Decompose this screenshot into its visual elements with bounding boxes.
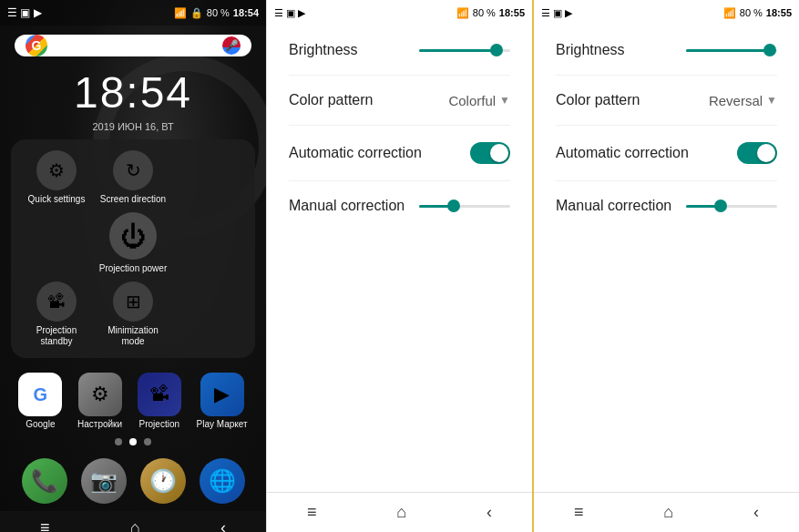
menu-btn-3[interactable]: ≡ — [567, 496, 591, 529]
settings-nav-2: ≡ ⌂ ‹ — [267, 492, 532, 532]
signal-icon: 📶 — [174, 7, 187, 19]
phone-clock: 18:54 — [0, 67, 266, 118]
panel-settings-colorful: ☰ ▣ ▶ 📶 80 % 18:55 Brightness Color patt… — [266, 0, 532, 532]
panel-phone: ☰ ▣ ▶ 📶 🔒 80 % 18:54 G 🎤 18:54 2019 ИЮН … — [0, 0, 266, 532]
minimization-icon: ⊞ — [113, 281, 153, 322]
menu-btn-2[interactable]: ≡ — [300, 496, 324, 529]
notification-icons: ☰ ▣ ▶ — [7, 6, 42, 19]
status-left-3: ☰ ▣ ▶ — [541, 7, 572, 19]
manual-correction-slider-3[interactable] — [686, 205, 777, 208]
google-logo: G — [26, 35, 47, 56]
back-btn-2[interactable]: ‹ — [479, 496, 499, 529]
bottom-apps: 📞 📷 🕐 🌐 — [0, 451, 266, 511]
projection-app-icon: 📽 — [138, 373, 181, 416]
status-right-3: 📶 80 % 18:55 — [723, 7, 792, 19]
brightness-fill-2 — [419, 49, 497, 52]
browser-app-icon[interactable]: 🌐 — [200, 458, 245, 504]
settings-app-label: Настройки — [77, 419, 122, 429]
menu-button[interactable]: ≡ — [33, 511, 57, 532]
settings-nav-3: ≡ ⌂ ‹ — [534, 492, 799, 532]
back-btn-3[interactable]: ‹ — [746, 496, 766, 529]
brightness-label-2: Brightness — [289, 42, 358, 58]
quick-item-projection-standby[interactable]: 📽 Projection standby — [22, 281, 91, 347]
status-right-2: 📶 80 % 18:55 — [456, 7, 525, 19]
projection-power-label: Projection power — [99, 263, 167, 274]
projection-power-icon: ⏻ — [109, 212, 157, 260]
panel-settings-reversal: ☰ ▣ ▶ 📶 80 % 18:55 Brightness Color patt… — [532, 0, 799, 532]
settings-content-3: Brightness Color pattern Reversal ▼ Auto… — [534, 26, 799, 492]
auto-correction-label-2: Automatic correction — [289, 145, 422, 161]
quick-item-quick-settings[interactable]: ⚙ Quick settings — [22, 150, 91, 205]
brightness-slider-2[interactable] — [419, 49, 510, 52]
back-button[interactable]: ‹ — [213, 511, 233, 532]
quick-item-screen-direction[interactable]: ↻ Screen direction — [98, 150, 168, 205]
toggle-thumb-3 — [757, 144, 775, 162]
phone-content: G 🎤 18:54 2019 ИЮН 16, ВТ ⚙ Quick settin… — [0, 26, 266, 532]
brightness-row-2: Brightness — [289, 26, 510, 76]
projection-standby-label: Projection standby — [22, 325, 91, 347]
quick-settings-panel: ⚙ Quick settings ↻ Screen direction ⏻ Pr… — [11, 139, 255, 358]
manual-correction-label-2: Manual correction — [289, 198, 405, 214]
quick-grid: ⚙ Quick settings ↻ Screen direction ⏻ Pr… — [22, 150, 244, 274]
auto-correction-toggle-2[interactable] — [470, 142, 510, 164]
quick-item-minimization[interactable]: ⊞ Minimization mode — [98, 281, 168, 347]
clock-app-icon[interactable]: 🕐 — [140, 458, 186, 504]
quick-item-projection-power[interactable]: ⏻ Projection power — [99, 212, 167, 274]
auto-correction-toggle-3[interactable] — [737, 142, 777, 164]
projection-standby-icon: 📽 — [36, 281, 77, 322]
battery-3: 80 % — [740, 7, 763, 18]
home-btn-3[interactable]: ⌂ — [656, 496, 681, 529]
status-bar-phone: ☰ ▣ ▶ 📶 🔒 80 % 18:54 — [0, 0, 266, 26]
brightness-track-3 — [686, 49, 777, 52]
app-nastrojki[interactable]: ⚙ Настройки — [77, 373, 122, 429]
brightness-track-2 — [419, 49, 510, 52]
manual-correction-row-2: Manual correction — [289, 181, 510, 230]
time-display: 18:54 — [233, 7, 259, 18]
color-pattern-label-3: Color pattern — [556, 92, 640, 108]
brightness-fill-3 — [686, 49, 770, 52]
notif-icons-3: ☰ ▣ ▶ — [541, 7, 572, 19]
app-play[interactable]: ▶ Play Маркет — [197, 373, 248, 429]
status-left: ☰ ▣ ▶ — [7, 6, 42, 19]
play-app-label: Play Маркет — [197, 419, 248, 429]
home-button[interactable]: ⌂ — [123, 511, 148, 532]
google-app-icon: G — [18, 373, 62, 416]
color-pattern-dropdown-3[interactable]: Reversal ▼ — [709, 93, 777, 108]
home-btn-2[interactable]: ⌂ — [389, 496, 414, 529]
status-left-2: ☰ ▣ ▶ — [274, 7, 305, 19]
brightness-slider-3[interactable] — [686, 49, 777, 52]
auto-correction-label-3: Automatic correction — [556, 145, 689, 161]
search-bar[interactable]: G 🎤 — [15, 35, 251, 56]
color-pattern-value-2: Colorful — [448, 93, 496, 108]
chevron-down-icon-3: ▼ — [766, 94, 777, 107]
dot-1 — [115, 438, 122, 445]
manual-thumb-2 — [447, 200, 460, 212]
dot-2 — [129, 438, 137, 445]
battery-text: 80 % — [207, 7, 230, 18]
screen-direction-icon: ↻ — [113, 150, 153, 190]
signal-2: 📶 — [456, 7, 469, 19]
quick-settings-label: Quick settings — [28, 194, 86, 205]
camera-app-icon[interactable]: 📷 — [81, 458, 127, 504]
quick-grid-bottom: 📽 Projection standby ⊞ Minimization mode — [22, 281, 244, 347]
manual-correction-slider-2[interactable] — [419, 205, 510, 208]
mic-icon[interactable]: 🎤 — [222, 36, 241, 55]
app-google[interactable]: G Google — [18, 373, 62, 429]
status-bar-2: ☰ ▣ ▶ 📶 80 % 18:55 — [267, 0, 532, 26]
manual-thumb-3 — [714, 200, 727, 212]
auto-correction-row-3: Automatic correction — [556, 126, 777, 181]
settings-content-2: Brightness Color pattern Colorful ▼ Auto… — [267, 26, 532, 492]
brightness-row-3: Brightness — [556, 26, 777, 76]
brightness-label-3: Brightness — [556, 42, 625, 58]
manual-track-2 — [419, 205, 510, 208]
quick-settings-icon: ⚙ — [36, 150, 77, 190]
time-3: 18:55 — [766, 7, 792, 18]
app-projection[interactable]: 📽 Projection — [138, 373, 181, 429]
color-pattern-dropdown-2[interactable]: Colorful ▼ — [448, 93, 510, 108]
color-pattern-row-3: Color pattern Reversal ▼ — [556, 76, 777, 126]
projection-app-label: Projection — [139, 419, 179, 429]
manual-correction-label-3: Manual correction — [556, 198, 671, 214]
auto-correction-row-2: Automatic correction — [289, 126, 510, 181]
phone-app-icon[interactable]: 📞 — [22, 458, 67, 504]
google-app-label: Google — [26, 419, 55, 429]
